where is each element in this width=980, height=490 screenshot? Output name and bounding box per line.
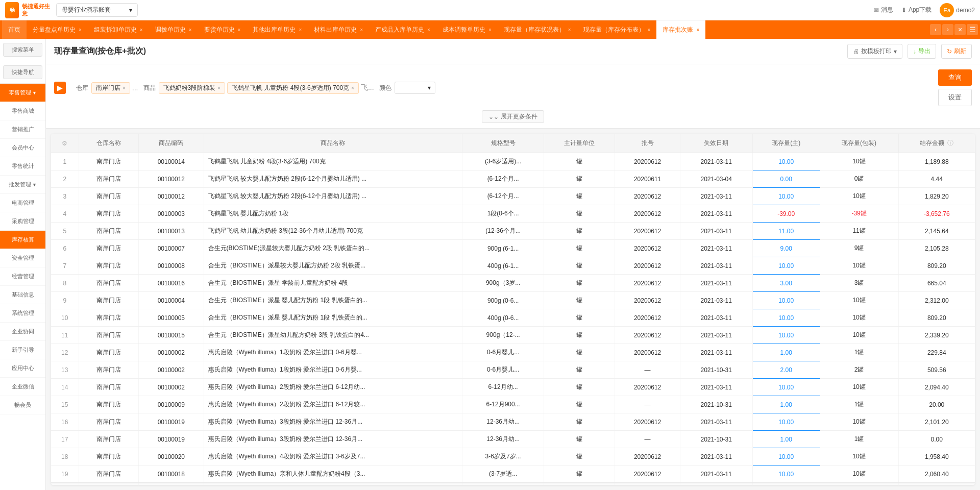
filter-expand-arrow[interactable]: ▶ (54, 82, 66, 94)
close-tab-kucunpiciccount[interactable]: × (696, 27, 699, 33)
sidebar-item-ecommerce[interactable]: 电商管理 (0, 194, 45, 212)
export-button[interactable]: ↓ 导出 (908, 44, 936, 59)
tab-chanchengpinrukuhistory[interactable]: 产成品入库单历史× (369, 20, 436, 39)
close-tab-qitachukuhistory[interactable]: × (299, 27, 302, 33)
sidebar-item-app-center[interactable]: 应用中心 (0, 359, 45, 378)
app-download-button[interactable]: ⬇ App下载 (901, 6, 932, 14)
color-filter-select[interactable]: ▾ (395, 82, 435, 94)
search-menu-button[interactable]: 搜索菜单 (3, 43, 42, 57)
close-tab-yaohuodanhistory[interactable]: × (238, 27, 241, 33)
cell-num: 17 (51, 431, 79, 448)
sidebar-search-section: 搜索菜单 (0, 39, 45, 61)
warehouse-more-icon[interactable]: ... (132, 84, 138, 92)
sidebar-item-inventory[interactable]: 库存核算 (0, 231, 45, 249)
tab-zuzhuangchaichu[interactable]: 组装拆卸单历史× (88, 20, 149, 39)
sidebar-item-purchase[interactable]: 采购管理 (0, 212, 45, 231)
close-tab-diaobodanhistory[interactable]: × (189, 27, 192, 33)
close-tab-xiancunliangstate[interactable]: × (568, 27, 571, 33)
cell-stock-main[interactable]: 10.00 (752, 413, 820, 431)
cell-num: 11 (51, 327, 79, 344)
sidebar-item-marketing[interactable]: 营销推广 (0, 120, 45, 139)
remove-product-tag-1[interactable]: × (217, 85, 220, 91)
messages-button[interactable]: ✉ 消息 (874, 6, 893, 14)
cell-stock-main[interactable]: 10.00 (752, 327, 820, 344)
tab-qitachukuhistory[interactable]: 其他出库单历史× (247, 20, 308, 39)
sidebar-item-retail-management[interactable]: 零售管理 ▼ (0, 84, 45, 102)
tab-xiancunliangstate[interactable]: 现存量（库存状况表）× (498, 20, 577, 39)
sidebar-item-retail-stats[interactable]: 零售统计 (0, 157, 45, 176)
cell-balance: -3,652.76 (898, 205, 975, 223)
sidebar-item-guide[interactable]: 新手引导 (0, 341, 45, 359)
cell-code: 00100019 (139, 413, 204, 431)
query-button[interactable]: 查询 (938, 69, 972, 86)
settings-gear-icon[interactable]: ⚙ (62, 140, 67, 147)
cell-num: 16 (51, 413, 79, 431)
tab-cailiaochukuhistory[interactable]: 材料出库单历史× (308, 20, 369, 39)
cell-stock-main[interactable]: 10.00 (752, 188, 820, 205)
tab-xiancunliangdistrib[interactable]: 现存量（库存分布表）× (577, 20, 657, 39)
cell-stock-main[interactable]: 1.00 (752, 431, 820, 448)
tab-chengbentiaozhengjhistory[interactable]: 成本调整单历史× (436, 20, 498, 39)
cell-stock-main[interactable]: 10.00 (752, 309, 820, 327)
cell-stock-main[interactable]: 9.00 (752, 240, 820, 257)
sidebar-item-changyuaner[interactable]: 畅会员 (0, 396, 45, 414)
sidebar-item-system[interactable]: 系统管理 (0, 304, 45, 323)
tab-yaohuodanhistory[interactable]: 要货单历史× (198, 20, 247, 39)
remove-warehouse-tag[interactable]: × (122, 85, 126, 91)
table-row: 14 南岸门店 00100002 惠氏启陵（Wyeth illuma）2段奶粉 … (51, 379, 975, 396)
tab-kucunpiciccount[interactable]: 库存批次账× (656, 20, 705, 39)
tab-home[interactable]: 首页 (2, 20, 27, 39)
tab-diaobodanhistory[interactable]: 调拨单历史× (149, 20, 198, 39)
sidebar-item-finance[interactable]: 资金管理 (0, 249, 45, 267)
cell-stock-main[interactable]: 10.00 (752, 292, 820, 309)
sidebar-item-management[interactable]: 经营管理 (0, 267, 45, 286)
logo-area: 畅 畅捷通好生意 (5, 2, 51, 18)
sidebar-item-wholesale[interactable]: 批发管理 ▼ (0, 176, 45, 194)
cell-stock-main[interactable]: 3.00 (752, 275, 820, 292)
user-menu[interactable]: Ea demo2 (940, 3, 975, 17)
tab-fenliangpandian[interactable]: 分量盘点单历史× (27, 20, 88, 39)
remove-product-tag-2[interactable]: × (351, 85, 354, 91)
close-tab-cailiaochukuhistory[interactable]: × (360, 27, 363, 33)
th-settings[interactable]: ⚙ (51, 134, 79, 153)
inventory-table: ⚙ 仓库名称 商品编码 商品名称 规格型号 主计量单位 批号 失效日期 现存量(… (51, 134, 975, 485)
cell-stock-main[interactable]: 10.00 (752, 448, 820, 465)
cell-batch: 20200612 (615, 327, 680, 344)
tab-scroll-right[interactable]: › (942, 24, 953, 35)
cell-stock-main[interactable]: 10.00 (752, 465, 820, 483)
cell-spec: (6-12个月... (462, 170, 544, 188)
sidebar-item-retail-mall[interactable]: 零售商城 (0, 102, 45, 120)
cell-stock-main[interactable]: 1.00 (752, 344, 820, 361)
cell-stock-main[interactable]: -39.00 (752, 205, 820, 223)
tab-close-all[interactable]: × (954, 24, 966, 35)
close-tab-chanchengpinrukuhistory[interactable]: × (427, 27, 430, 33)
cell-stock-main[interactable]: 10.00 (752, 153, 820, 170)
sidebar-item-enterprise-collab[interactable]: 企业协同 (0, 323, 45, 341)
cell-code: 00100016 (139, 275, 204, 292)
tab-scroll-left[interactable]: ‹ (930, 24, 941, 35)
quick-nav-button[interactable]: 快捷导航 (3, 65, 42, 79)
product-more-icon[interactable]: 飞... (361, 83, 374, 92)
print-button[interactable]: 🖨 按模板打印 ▾ (847, 44, 902, 59)
close-tab-fenliangpandian[interactable]: × (79, 27, 82, 33)
cell-stock-main[interactable]: 0.00 (752, 170, 820, 188)
cell-stock-main[interactable]: 10.00 (752, 257, 820, 275)
close-tab-xiancunliangdistrib[interactable]: × (648, 27, 651, 33)
cell-unit: 罐 (544, 240, 615, 257)
tab-menu[interactable]: ☰ (967, 24, 978, 35)
cell-balance: 2,094.40 (898, 379, 975, 396)
workspace-selector[interactable]: 母婴行业演示账套 ▾ (56, 3, 138, 17)
cell-stock-main[interactable]: 1.00 (752, 396, 820, 413)
cell-stock-main[interactable]: 11.00 (752, 223, 820, 240)
refresh-button[interactable]: ↻ 刷新 (941, 44, 972, 59)
sidebar-item-basic-info[interactable]: 基础信息 (0, 286, 45, 304)
cell-balance: 1,829.20 (898, 188, 975, 205)
cell-stock-main[interactable]: 10.00 (752, 379, 820, 396)
sidebar-item-member-center[interactable]: 会员中心 (0, 139, 45, 157)
setting-button[interactable]: 设置 (938, 89, 972, 106)
sidebar-item-enterprise-wechat[interactable]: 企业微信 (0, 378, 45, 396)
expand-more-conditions-button[interactable]: ⌄⌄ 展开更多条件 (482, 110, 544, 123)
close-tab-chengbentiaozhengjhistory[interactable]: × (488, 27, 492, 33)
cell-stock-main[interactable]: 2.00 (752, 361, 820, 379)
close-tab-zuzhuangchaichu[interactable]: × (140, 27, 143, 33)
